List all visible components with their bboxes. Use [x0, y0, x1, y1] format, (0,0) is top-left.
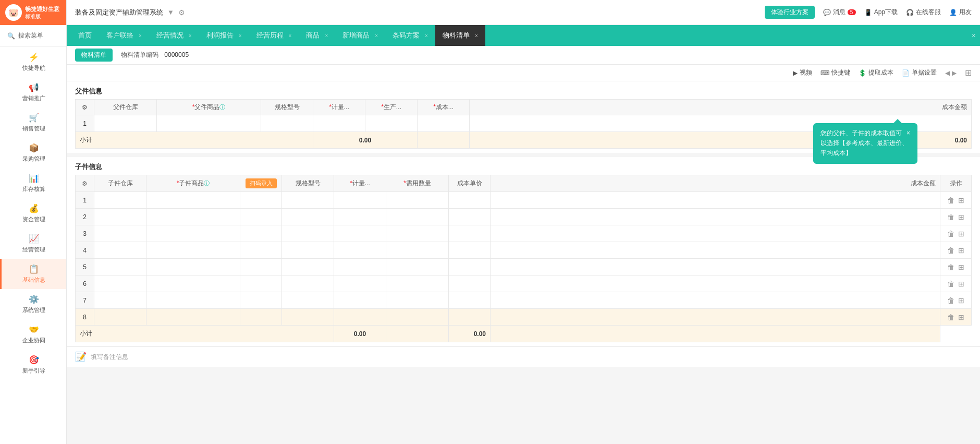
child-qty-7[interactable]: [386, 292, 449, 309]
child-warehouse-6[interactable]: [94, 275, 146, 292]
grid-icon[interactable]: ⊞: [965, 68, 972, 78]
tab-ops-close[interactable]: ×: [189, 33, 192, 39]
tab-profit[interactable]: 利润报告 ×: [199, 25, 249, 46]
child-unit-cost-last[interactable]: [449, 309, 491, 326]
child-unit-6[interactable]: [334, 275, 386, 292]
child-warehouse-1[interactable]: [94, 192, 146, 209]
sidebar-item-sales[interactable]: 🛒 销售管理: [0, 107, 66, 138]
child-product-4[interactable]: [146, 242, 240, 259]
tab-new-product-close[interactable]: ×: [375, 33, 378, 39]
parent-product-cell[interactable]: [157, 115, 261, 132]
sidebar-item-inventory[interactable]: 📊 库存核算: [0, 168, 66, 198]
extract-cost-btn[interactable]: 💲 提取成本: [859, 68, 893, 77]
copy-icon-4[interactable]: ⊞: [958, 246, 964, 255]
sidebar-item-marketing[interactable]: 📢 营销推广: [0, 77, 66, 107]
online-service-btn[interactable]: 🎧 在线客服: [906, 8, 941, 17]
child-spec-4[interactable]: [282, 242, 334, 259]
tab-bom-close[interactable]: ×: [475, 33, 478, 39]
video-btn[interactable]: ▶ 视频: [793, 68, 812, 77]
scan-button[interactable]: 扫码录入: [246, 178, 277, 188]
copy-icon-2[interactable]: ⊞: [958, 213, 964, 221]
copy-icon-1[interactable]: ⊞: [958, 196, 964, 205]
delete-icon-4[interactable]: 🗑: [947, 246, 954, 255]
delete-icon-7[interactable]: 🗑: [947, 296, 954, 305]
child-unit-7[interactable]: [334, 292, 386, 309]
child-qty-5[interactable]: [386, 259, 449, 275]
tab-bom[interactable]: 物料清单 ×: [435, 25, 485, 46]
child-unit-last[interactable]: [334, 309, 386, 326]
child-unit-cost-2[interactable]: [449, 209, 491, 225]
child-product-7[interactable]: [146, 292, 240, 309]
nav-close-all-btn[interactable]: ×: [972, 31, 976, 40]
child-spec-1[interactable]: [282, 192, 334, 209]
tab-customer[interactable]: 客户联络 ×: [99, 25, 149, 46]
child-qty-last[interactable]: [386, 309, 449, 326]
parent-spec-cell[interactable]: [261, 115, 313, 132]
child-unit-3[interactable]: [334, 225, 386, 242]
copy-icon-3[interactable]: ⊞: [958, 230, 964, 238]
prev-arrow[interactable]: ◀: [945, 69, 950, 77]
tab-history[interactable]: 经营历程 ×: [249, 25, 299, 46]
child-unit-1[interactable]: [334, 192, 386, 209]
tab-operations[interactable]: 经营情况 ×: [149, 25, 199, 46]
child-unit-5[interactable]: [334, 259, 386, 275]
child-product-2[interactable]: [146, 209, 240, 225]
child-spec-7[interactable]: [282, 292, 334, 309]
child-qty-4[interactable]: [386, 242, 449, 259]
tab-product-close[interactable]: ×: [325, 33, 328, 39]
delete-icon-5[interactable]: 🗑: [947, 263, 954, 271]
child-spec-last[interactable]: [282, 309, 334, 326]
child-unit-cost-6[interactable]: [449, 275, 491, 292]
child-product-6[interactable]: [146, 275, 240, 292]
sub-tab-bom-code[interactable]: 物料清单编码 0000005: [115, 49, 195, 62]
next-arrow[interactable]: ▶: [952, 69, 957, 77]
copy-icon-6[interactable]: ⊞: [958, 280, 964, 288]
child-product-last[interactable]: [146, 309, 240, 326]
copy-icon-5[interactable]: ⊞: [958, 263, 964, 271]
child-warehouse-2[interactable]: [94, 209, 146, 225]
child-qty-3[interactable]: [386, 225, 449, 242]
delete-icon-2[interactable]: 🗑: [947, 213, 954, 221]
child-spec-3[interactable]: [282, 225, 334, 242]
child-unit-cost-5[interactable]: [449, 259, 491, 275]
child-unit-2[interactable]: [334, 209, 386, 225]
sidebar-item-operations[interactable]: 📈 经营管理: [0, 229, 66, 259]
delete-icon-1[interactable]: 🗑: [947, 196, 954, 205]
child-qty-1[interactable]: [386, 192, 449, 209]
message-btn[interactable]: 💬 消息 5: [823, 8, 856, 17]
delete-icon-6[interactable]: 🗑: [947, 280, 954, 288]
sidebar-item-finance[interactable]: 💰 资金管理: [0, 198, 66, 229]
tab-product[interactable]: 商品 ×: [299, 25, 335, 46]
sidebar-item-basic-info[interactable]: 📋 基础信息: [0, 259, 66, 289]
tab-barcode-close[interactable]: ×: [425, 33, 428, 39]
child-unit-cost-3[interactable]: [449, 225, 491, 242]
child-unit-cost-7[interactable]: [449, 292, 491, 309]
settings-icon[interactable]: ⚙: [178, 8, 185, 17]
tab-history-close[interactable]: ×: [289, 33, 292, 39]
child-qty-2[interactable]: [386, 209, 449, 225]
tooltip-close-btn[interactable]: ×: [906, 128, 910, 138]
sidebar-item-guide[interactable]: 🎯 新手引导: [0, 350, 66, 380]
sub-tab-bom-list[interactable]: 物料清单: [75, 49, 113, 62]
parent-produce-cell[interactable]: [365, 115, 418, 132]
child-unit-4[interactable]: [334, 242, 386, 259]
copy-icon-7[interactable]: ⊞: [958, 296, 964, 305]
shortcut-btn[interactable]: ⌨ 快捷键: [820, 68, 850, 77]
tab-customer-close[interactable]: ×: [139, 33, 142, 39]
copy-icon-last[interactable]: ⊞: [958, 313, 964, 321]
parent-unit-cell[interactable]: [313, 115, 365, 132]
dropdown-arrow-icon[interactable]: ▼: [167, 8, 174, 16]
child-spec-5[interactable]: [282, 259, 334, 275]
sidebar-item-system[interactable]: ⚙️ 系统管理: [0, 289, 66, 319]
sidebar-item-quick-nav[interactable]: ⚡ 快捷导航: [0, 47, 66, 77]
single-settings-btn[interactable]: 📄 单据设置: [902, 68, 937, 77]
sidebar-item-enterprise[interactable]: 🤝 企业协同: [0, 319, 66, 350]
tab-barcode[interactable]: 条码方案 ×: [385, 25, 435, 46]
child-qty-6[interactable]: [386, 275, 449, 292]
child-spec-6[interactable]: [282, 275, 334, 292]
parent-cost-cell[interactable]: [418, 115, 470, 132]
child-warehouse-last[interactable]: [94, 309, 146, 326]
delete-icon-last[interactable]: 🗑: [947, 313, 954, 321]
user-btn[interactable]: 👤 用友: [949, 8, 972, 17]
child-warehouse-5[interactable]: [94, 259, 146, 275]
